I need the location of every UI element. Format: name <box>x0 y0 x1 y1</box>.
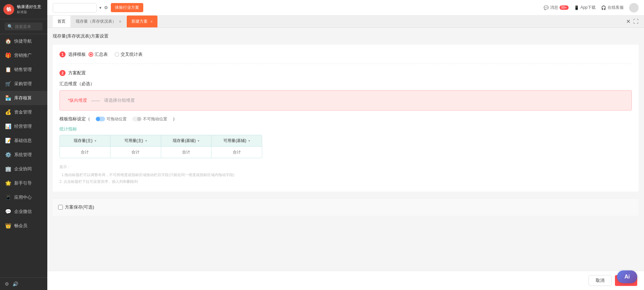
audio-icon[interactable]: 🔊 <box>13 281 18 287</box>
stats-header-cell-0: 现存量(主) ▾ <box>60 135 110 147</box>
non-draggable-toggle-box[interactable] <box>132 117 142 121</box>
sidebar-item-quick-nav[interactable]: 🏠 快捷导航 <box>0 34 47 48</box>
app-edition: 标准版 <box>17 10 41 15</box>
tab-inventory-close[interactable]: × <box>119 19 121 24</box>
expand-btn[interactable]: ⛶ <box>633 19 639 25</box>
sidebar-item-label: 营销推广 <box>14 52 32 58</box>
home-icon: 🏠 <box>5 38 11 45</box>
sidebar-item-label: 基础信息 <box>14 138 32 144</box>
tab-new-scheme-close[interactable]: × <box>150 19 153 24</box>
dropdown-arrow-icon[interactable]: ▾ <box>99 5 101 10</box>
indicators-header: 模板指标设定（ 可拖动位置 不可拖动位置 ） <box>59 116 632 122</box>
tab-new-scheme[interactable]: 新建方案 × <box>127 16 157 27</box>
sidebar-item-finance[interactable]: 💰 资金管理 <box>0 105 47 119</box>
messages-btn[interactable]: 💬 消息 99+ <box>544 5 569 10</box>
user-avatar[interactable] <box>629 3 639 13</box>
sidebar-item-purchase[interactable]: 🛒 采购管理 <box>0 77 47 91</box>
stats-col-0-label: 现存量(主) <box>74 138 93 144</box>
sidebar-search-area: 🔍 <box>0 19 47 34</box>
ai-fab-button[interactable]: Ai <box>617 270 637 283</box>
sidebar-item-marketing[interactable]: 🎁 营销推广 <box>0 48 47 63</box>
vip-icon: 👑 <box>5 222 11 229</box>
search-icon: 🔍 <box>7 24 13 29</box>
draggable-label: 可拖动位置 <box>106 116 127 122</box>
cancel-button[interactable]: 取消 <box>589 275 612 286</box>
dimension-required-label: *纵向维度 <box>68 97 87 103</box>
dimension-placeholder: 请选择分组维度 <box>104 97 135 103</box>
sidebar-item-inventory[interactable]: 🏪 库存核算 <box>0 91 47 105</box>
col-3-dropdown[interactable]: ▾ <box>248 139 250 143</box>
col-0-dropdown[interactable]: ▾ <box>95 139 96 143</box>
save-label: 方案保存(可选) <box>65 204 94 210</box>
tab-inventory-label: 现存量（库存状况表） <box>76 19 116 24</box>
topbar-left: ▾ ⚙ 体验行业方案 <box>53 3 540 13</box>
sidebar-item-label: 经营管理 <box>14 123 32 129</box>
settings-icon[interactable]: ⚙ <box>5 281 9 287</box>
sidebar-item-operations[interactable]: 📊 经营管理 <box>0 119 47 134</box>
sidebar: 畅 畅康通好生意 标准版 🔍 🏠 快捷导航 🎁 营销推广 📋 销售管理 🛒 采购… <box>0 0 47 290</box>
stats-body-cell-1: 合计 <box>110 147 161 158</box>
search-box[interactable]: 🔍 <box>5 23 43 30</box>
messages-label: 消息 <box>550 5 558 10</box>
sidebar-item-vip[interactable]: 👑 畅会员 <box>0 219 47 233</box>
sidebar-item-label: 应用中心 <box>14 194 32 200</box>
sidebar-item-weixin[interactable]: 💬 企业微信 <box>0 204 47 219</box>
step1-header: 1 选择模板 汇总表 交叉统计表 <box>59 51 632 57</box>
sidebar-item-label: 快捷导航 <box>14 38 32 44</box>
sidebar-item-app-center[interactable]: 📱 应用中心 <box>0 190 47 204</box>
col-2-dropdown[interactable]: ▾ <box>198 139 199 143</box>
step2-num: 2 <box>59 70 66 76</box>
save-checkbox[interactable] <box>58 205 63 210</box>
stats-col-3-label: 可用量(基辅) <box>223 138 246 144</box>
radio-summary[interactable]: 汇总表 <box>89 51 108 57</box>
sidebar-item-label: 资金管理 <box>14 109 32 115</box>
tabbar-right: ✕ ⛶ <box>626 18 639 25</box>
hint-2: 2. 点击标题栏下拉可设置排序、插入列和删除列 <box>59 178 632 185</box>
save-area: 方案保存(可选) <box>53 198 639 216</box>
sidebar-item-label: 系统管理 <box>14 152 32 158</box>
tab-inventory-status[interactable]: 现存量（库存状况表） × <box>71 16 126 27</box>
radio-cross[interactable]: 交叉统计表 <box>115 51 143 57</box>
sidebar-item-label: 销售管理 <box>14 67 32 73</box>
tab-home[interactable]: 首页 <box>53 16 70 27</box>
tabbar: 首页 现存量（库存状况表） × 新建方案 × ✕ ⛶ <box>47 16 644 28</box>
search-input[interactable] <box>15 24 42 29</box>
sidebar-item-new-guide[interactable]: 🌟 新手引导 <box>0 176 47 190</box>
sidebar-item-basic-info[interactable]: 📝 基础信息 <box>0 134 47 148</box>
headset-icon: 🎧 <box>601 5 606 10</box>
sidebar-item-enterprise[interactable]: 🏢 企业协同 <box>0 162 47 176</box>
stats-body-cell-0: 合计 <box>60 147 110 158</box>
trial-btn[interactable]: 体验行业方案 <box>111 3 143 12</box>
close-panel-btn[interactable]: ✕ <box>626 18 630 25</box>
customer-service-btn[interactable]: 🎧 在线客服 <box>601 5 624 10</box>
draggable-toggle-box[interactable] <box>96 117 105 121</box>
hint-2-text: 2. 点击标题栏下拉可设置排序、插入列和删除列 <box>59 178 138 185</box>
purchase-icon: 🛒 <box>5 80 11 87</box>
logo-icon: 畅 <box>3 4 14 15</box>
guide-icon: 🌟 <box>5 180 11 187</box>
messages-badge: 99+ <box>560 5 569 10</box>
finance-icon: 💰 <box>5 109 11 116</box>
stats-table: 现存量(主) ▾ 可用量(主) ▾ 现存量(基辅) ▾ <box>59 135 262 158</box>
main-area: ▾ ⚙ 体验行业方案 💬 消息 99+ 📱 App下载 🎧 在线客服 首页 <box>47 0 644 290</box>
sidebar-item-sales[interactable]: 📋 销售管理 <box>0 63 47 77</box>
radio-summary-label: 汇总表 <box>95 51 108 57</box>
app-download-btn[interactable]: 📱 App下载 <box>574 5 596 10</box>
stats-col-2: 现存量(基辅) ▾ <box>161 135 212 147</box>
non-draggable-toggle: 不可拖动位置 <box>132 116 167 122</box>
hint-1-text: 1.拖动标题栏可以调整布局，不可跨维度或指标区域拖动栏目字段(只能在同一维度或指… <box>61 172 234 178</box>
topbar-search-input[interactable] <box>53 3 97 13</box>
stats-header-cell-3: 可用量(基辅) ▾ <box>212 135 262 147</box>
radio-cross-label: 交叉统计表 <box>121 51 143 57</box>
stats-table-body: 合计 合计 合计 合计 <box>60 147 262 158</box>
hint-prefix: 提示： <box>59 164 632 170</box>
dimension-area[interactable]: *纵向维度 —— 请选择分组维度 <box>59 90 632 111</box>
stats-body-col-0: 合计 <box>60 147 110 158</box>
tab-home-label: 首页 <box>57 19 66 24</box>
gear-icon[interactable]: ⚙ <box>104 5 108 10</box>
topbar-right: 💬 消息 99+ 📱 App下载 🎧 在线客服 <box>544 3 639 13</box>
sidebar-item-system[interactable]: ⚙️ 系统管理 <box>0 148 47 162</box>
col-1-dropdown[interactable]: ▾ <box>145 139 147 143</box>
operations-icon: 📊 <box>5 123 11 130</box>
step2-label: 方案配置 <box>68 70 86 76</box>
